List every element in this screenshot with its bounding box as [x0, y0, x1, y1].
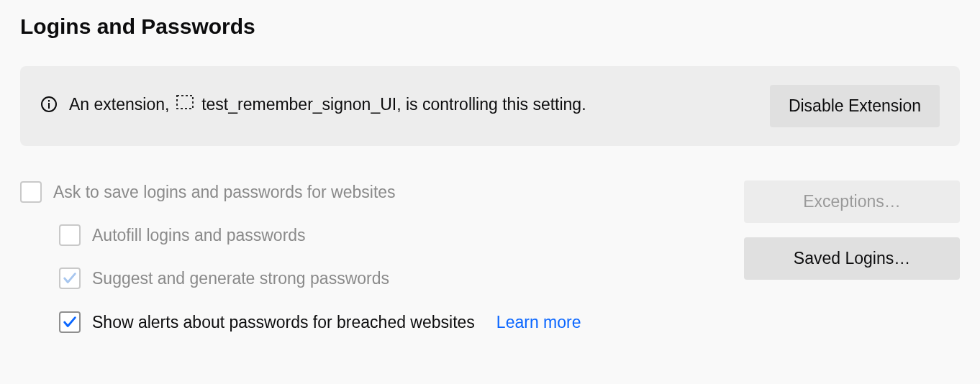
info-icon — [40, 95, 58, 120]
option-suggest-generate: Suggest and generate strong passwords — [59, 267, 715, 290]
disable-extension-button[interactable]: Disable Extension — [770, 85, 940, 127]
checkbox-breach-alerts[interactable] — [59, 311, 81, 333]
svg-rect-2 — [48, 100, 50, 102]
options-area: Ask to save logins and passwords for web… — [20, 180, 960, 334]
saved-logins-button[interactable]: Saved Logins… — [744, 237, 960, 280]
label-breach-alerts: Show alerts about passwords for breached… — [92, 311, 475, 334]
exceptions-button: Exceptions… — [744, 180, 960, 223]
notice-extension-name: test_remember_signon_UI — [201, 95, 396, 114]
svg-rect-1 — [48, 103, 50, 109]
notice-prefix: An extension, — [69, 95, 169, 114]
label-autofill: Autofill logins and passwords — [92, 224, 306, 247]
label-ask-save: Ask to save logins and passwords for web… — [53, 180, 396, 204]
label-suggest-generate: Suggest and generate strong passwords — [92, 267, 389, 290]
svg-rect-3 — [177, 96, 193, 109]
checkbox-autofill — [59, 224, 81, 246]
notice-content: An extension, test_remember_signon_UI, i… — [40, 92, 741, 120]
section-title: Logins and Passwords — [20, 14, 960, 39]
extension-notice: An extension, test_remember_signon_UI, i… — [20, 66, 960, 146]
option-breach-alerts: Show alerts about passwords for breached… — [59, 311, 715, 334]
notice-text: An extension, test_remember_signon_UI, i… — [69, 92, 586, 119]
options-list: Ask to save logins and passwords for web… — [20, 180, 715, 334]
option-ask-save: Ask to save logins and passwords for web… — [20, 180, 715, 204]
checkbox-ask-save — [20, 181, 42, 203]
option-autofill: Autofill logins and passwords — [59, 224, 715, 247]
learn-more-link[interactable]: Learn more — [496, 311, 581, 334]
options-buttons: Exceptions… Saved Logins… — [744, 180, 960, 280]
extension-icon — [176, 93, 194, 119]
notice-suffix: , is controlling this setting. — [396, 95, 586, 114]
checkbox-suggest-generate — [59, 268, 81, 289]
